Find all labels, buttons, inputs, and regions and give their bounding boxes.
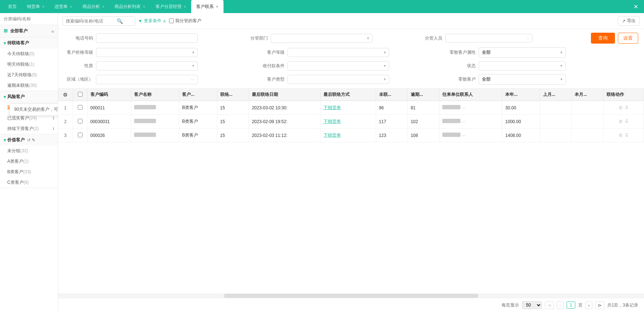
- tab-home[interactable]: 首页: [3, 0, 22, 13]
- sidebar-item-declining[interactable]: 持续下滑客户(2) ℹ: [0, 123, 58, 134]
- row-action-contact-icon[interactable]: ✆: [619, 119, 623, 124]
- col-not-contact[interactable]: 未联...: [376, 89, 407, 101]
- payment-select[interactable]: ▾: [287, 61, 389, 70]
- sidebar-item-7days[interactable]: 近7天待联络(0): [0, 70, 58, 80]
- sidebar-item-tomorrow[interactable]: 明天待联络(1): [0, 59, 58, 70]
- region-select[interactable]: ···: [96, 75, 198, 84]
- row-this-year: 30.00: [502, 101, 540, 115]
- row-this-month: [572, 129, 603, 142]
- sidebar-item-today[interactable]: 今天待联络(0): [0, 49, 58, 59]
- row-last-month: [540, 115, 571, 129]
- sidebar-item-ungroup[interactable]: 未分组(32): [0, 146, 58, 156]
- col-last-month[interactable]: 上月...: [540, 89, 571, 101]
- row-action-more-icon[interactable]: ⠿: [625, 105, 628, 110]
- row-action-contact-icon[interactable]: ✆: [619, 105, 623, 110]
- tab-analysis-list[interactable]: 商品分析列表 ×: [109, 0, 150, 13]
- query-button[interactable]: 查询: [591, 33, 615, 44]
- tab-purchase-close[interactable]: ×: [70, 4, 72, 9]
- tab-analysis[interactable]: 商品分析 ×: [77, 0, 109, 13]
- zero-attr-select[interactable]: 全部 ▾: [479, 47, 566, 58]
- tab-customer-contact[interactable]: 客户联系 ×: [191, 0, 223, 13]
- tab-sales[interactable]: 销货单 ×: [22, 0, 49, 13]
- select-all-checkbox[interactable]: [78, 92, 82, 97]
- my-customers-checkbox[interactable]: [169, 19, 174, 23]
- price-level-select[interactable]: ▾: [96, 48, 198, 57]
- sidebar-collapse-btn[interactable]: «: [51, 28, 54, 34]
- row-checkbox[interactable]: [73, 101, 87, 115]
- col-last-way[interactable]: 最后联络方式: [321, 89, 376, 101]
- tab-customer-contact-close[interactable]: ×: [216, 4, 218, 9]
- col-action[interactable]: 联络动作: [603, 89, 644, 101]
- sidebar-group-risk-title[interactable]: ▾ 风险客户: [0, 91, 58, 102]
- row-last-way[interactable]: 下销货单: [321, 115, 376, 129]
- more-conditions-btn[interactable]: ▼ 更多条件 ∧: [138, 18, 166, 24]
- row-action-more-icon[interactable]: ⠿: [625, 133, 628, 138]
- settings-button[interactable]: 设置: [618, 33, 638, 44]
- row-unit-contact: ···: [439, 115, 502, 129]
- first-page-btn[interactable]: ⊲: [545, 301, 554, 309]
- dept-select[interactable]: ▾: [271, 34, 373, 43]
- row-last-way[interactable]: 下销货单: [321, 129, 376, 142]
- sidebar-search-input[interactable]: [4, 16, 58, 21]
- sidebar: 🔍 ⊞ 全部客户 « ▾ 待联络客户 今天待联络(0) 明天待联络(1) 近7天…: [0, 13, 58, 312]
- region-more-icon[interactable]: ···: [191, 77, 194, 82]
- sidebar-item-c-class[interactable]: C类客户(6): [0, 177, 58, 188]
- col-type[interactable]: 客户...: [179, 89, 217, 101]
- sidebar-item-b-class[interactable]: B类客户(33): [0, 167, 58, 177]
- sidebar-group-pending-title[interactable]: ▾ 待联络客户: [0, 37, 58, 49]
- tab-analysis-close[interactable]: ×: [102, 4, 104, 9]
- export-button[interactable]: ↗ 导出: [618, 16, 640, 26]
- search-input[interactable]: [66, 19, 117, 24]
- col-this-month[interactable]: 本月...: [572, 89, 603, 101]
- row-contact: 15: [217, 101, 249, 115]
- col-unit-contact[interactable]: 往来单位联系人: [439, 89, 502, 101]
- sidebar-root-title[interactable]: ⊞ 全部客户 «: [0, 25, 58, 37]
- window-close-button[interactable]: ✕: [631, 3, 641, 10]
- toolbar: 🔍 ▼ 更多条件 ∧ 我分管的客户 ↗ 导出: [58, 13, 644, 29]
- row-actions[interactable]: ✆ ⠿: [603, 101, 644, 115]
- search-box[interactable]: 🔍: [63, 16, 135, 26]
- nature-select[interactable]: ▾: [96, 61, 198, 70]
- tab-customer-layer-close[interactable]: ×: [184, 4, 186, 9]
- prev-page-btn[interactable]: ‹: [557, 301, 563, 309]
- row-checkbox[interactable]: [73, 129, 87, 142]
- col-name[interactable]: 客户名称: [131, 89, 179, 101]
- row-checkbox[interactable]: [73, 115, 87, 129]
- tab-customer-layer[interactable]: 客户分层经营 ×: [150, 0, 191, 13]
- horizontal-scrollbar[interactable]: [58, 293, 644, 298]
- row-action-contact-icon[interactable]: ✆: [619, 133, 623, 138]
- status-select[interactable]: ▾: [479, 61, 566, 70]
- person-select[interactable]: ···: [445, 34, 532, 42]
- col-last-date[interactable]: 最后联络日期: [249, 89, 320, 101]
- last-page-btn[interactable]: ⊳: [595, 301, 604, 309]
- zero-cust-select[interactable]: 全部 ▾: [479, 74, 566, 85]
- cust-type-select[interactable]: ▾: [287, 75, 389, 84]
- sidebar-group-value-title[interactable]: ▾ 价值客户 ↺ ✎: [0, 134, 58, 146]
- row-not-contact: 117: [376, 115, 407, 129]
- next-page-btn[interactable]: ›: [585, 301, 592, 309]
- col-code[interactable]: 客户编码: [87, 89, 131, 101]
- sidebar-item-a-class[interactable]: A类客户(1): [0, 156, 58, 167]
- col-this-year[interactable]: 本年...: [502, 89, 540, 101]
- row-actions[interactable]: ✆ ⠿: [603, 129, 644, 142]
- row-action-more-icon[interactable]: ⠿: [625, 119, 628, 124]
- page-size-select[interactable]: 50 100 200: [522, 301, 542, 309]
- row-last-way[interactable]: 下销货单: [321, 101, 376, 115]
- sidebar-item-overdue[interactable]: 逾期未联络(30): [0, 80, 58, 91]
- search-icon[interactable]: 🔍: [117, 18, 123, 24]
- tab-sales-close[interactable]: ×: [42, 4, 44, 9]
- person-dropdown-icon: ···: [526, 36, 529, 40]
- col-settings[interactable]: ⚙: [58, 89, 73, 101]
- cust-level-icon: ▾: [384, 50, 386, 55]
- row-select-checkbox[interactable]: [78, 119, 82, 123]
- tab-analysis-list-close[interactable]: ×: [143, 4, 145, 9]
- cust-level-select[interactable]: ▾: [287, 48, 389, 57]
- row-select-checkbox[interactable]: [78, 133, 82, 137]
- col-overdue[interactable]: 逾期...: [407, 89, 439, 101]
- phone-input[interactable]: [96, 33, 198, 43]
- col-contact[interactable]: 联络...: [217, 89, 249, 101]
- table-settings-icon[interactable]: ⚙: [63, 92, 68, 98]
- tab-purchase[interactable]: 进货单 ×: [49, 0, 77, 13]
- row-select-checkbox[interactable]: [78, 105, 82, 110]
- row-actions[interactable]: ✆ ⠿: [603, 115, 644, 129]
